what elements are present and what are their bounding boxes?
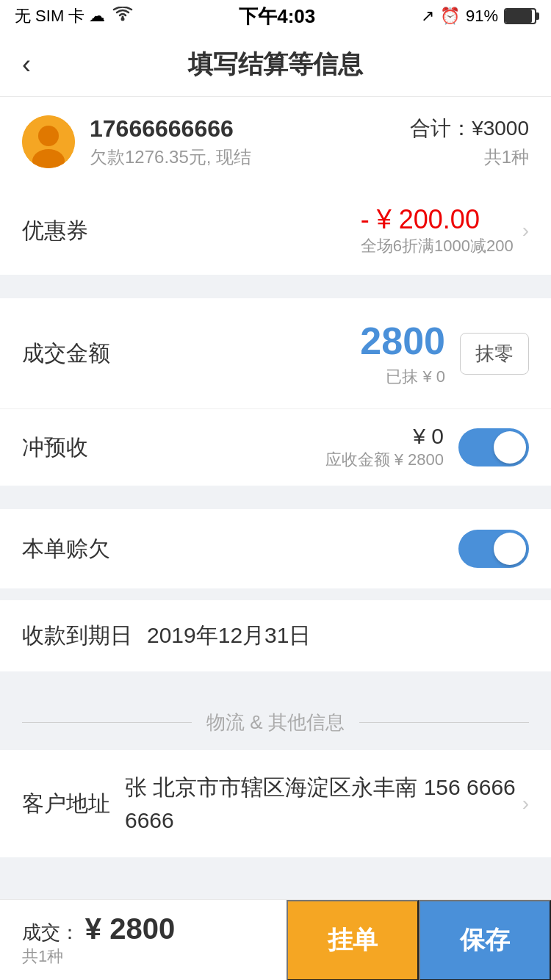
bottom-bar: 成交： ¥ 2800 共1种 挂单 保存 xyxy=(0,899,551,980)
divider-line-right xyxy=(359,722,529,723)
debt-section: 本单赊欠 xyxy=(0,509,551,588)
discount-amount: - ¥ 200.00 xyxy=(361,204,514,235)
toggle-knob xyxy=(494,431,526,464)
back-button[interactable]: ‹ xyxy=(15,42,38,87)
user-info-section: 17666666666 欠款1276.35元, 现结 合计：¥3000 共1种 xyxy=(0,97,551,187)
svg-point-2 xyxy=(38,126,59,146)
address-label: 客户地址 xyxy=(22,789,110,819)
hang-button[interactable]: 挂单 xyxy=(287,900,419,981)
save-button[interactable]: 保存 xyxy=(419,900,551,981)
address-value: 张 北京市市辖区海淀区永丰南 156 6666 6666 xyxy=(125,771,522,837)
status-time: 下午4:03 xyxy=(239,4,315,29)
wifi-icon xyxy=(112,7,133,26)
precharge-section: 冲预收 ¥ 0 应收金额 ¥ 2800 xyxy=(0,408,551,486)
discount-sub: 全场6折满1000减200 xyxy=(361,235,514,257)
discount-section[interactable]: 优惠券 - ¥ 200.00 全场6折满1000减200 › xyxy=(0,187,551,275)
user-sub: 欠款1276.35元, 现结 xyxy=(90,145,251,169)
separator3 xyxy=(0,683,551,695)
nav-bar: ‹ 填写结算等信息 xyxy=(0,32,551,97)
debt-toggle[interactable] xyxy=(458,530,529,568)
discount-value-area: - ¥ 200.00 全场6折满1000减200 xyxy=(361,204,514,257)
precharge-amount: ¥ 0 xyxy=(325,424,444,449)
divider-text: 物流 & 其他信息 xyxy=(206,710,345,735)
amount-sub: 已抹 ¥ 0 xyxy=(360,366,445,388)
avatar xyxy=(22,115,75,168)
amount-section: 成交金额 2800 已抹 ¥ 0 抹零 xyxy=(0,298,551,408)
duedate-label: 收款到期日 xyxy=(22,621,132,651)
duedate-value: 2019年12月31日 xyxy=(147,621,311,651)
clock-icon: ⏰ xyxy=(440,7,460,26)
address-chevron-icon: › xyxy=(522,792,529,815)
bottom-deal-value: ¥ 2800 xyxy=(85,912,175,945)
round-button[interactable]: 抹零 xyxy=(460,333,529,375)
status-left: 无 SIM 卡 ☁ xyxy=(15,5,133,27)
bottom-info: 成交： ¥ 2800 共1种 xyxy=(0,912,287,968)
precharge-sub: 应收金额 ¥ 2800 xyxy=(325,449,444,471)
location-icon: ↗ xyxy=(421,7,434,26)
divider-line-left xyxy=(22,722,192,723)
amount-value: 2800 xyxy=(360,319,445,363)
precharge-value-area: ¥ 0 应收金额 ¥ 2800 xyxy=(325,424,444,471)
amount-label: 成交金额 xyxy=(22,339,110,369)
amount-value-area: 2800 已抹 ¥ 0 xyxy=(360,319,445,388)
debt-label: 本单赊欠 xyxy=(22,534,110,564)
discount-label: 优惠券 xyxy=(22,216,88,246)
address-section[interactable]: 客户地址 张 北京市市辖区海淀区永丰南 156 6666 6666 › xyxy=(0,750,551,857)
battery-percentage: 91% xyxy=(466,7,498,26)
bottom-count: 共1种 xyxy=(22,945,264,968)
precharge-label: 冲预收 xyxy=(22,433,88,463)
user-phone: 17666666666 xyxy=(90,115,251,143)
discount-right: - ¥ 200.00 全场6折满1000减200 › xyxy=(361,204,529,257)
separator xyxy=(0,287,551,298)
amount-right: 2800 已抹 ¥ 0 抹零 xyxy=(360,319,529,388)
user-right: 合计：¥3000 共1种 xyxy=(410,115,529,169)
precharge-toggle[interactable] xyxy=(458,428,529,466)
bottom-total-row: 成交： ¥ 2800 xyxy=(22,912,264,945)
content-area: 17666666666 欠款1276.35元, 现结 合计：¥3000 共1种 … xyxy=(0,97,551,980)
svg-point-0 xyxy=(121,18,125,21)
separator2 xyxy=(0,497,551,509)
user-left: 17666666666 欠款1276.35元, 现结 xyxy=(22,115,251,169)
precharge-right: ¥ 0 应收金额 ¥ 2800 xyxy=(325,424,529,471)
section-divider: 物流 & 其他信息 xyxy=(0,695,551,750)
user-count: 共1种 xyxy=(410,145,529,169)
status-bar: 无 SIM 卡 ☁ 下午4:03 ↗ ⏰ 91% xyxy=(0,0,551,32)
battery-icon xyxy=(504,8,536,24)
user-details: 17666666666 欠款1276.35元, 现结 xyxy=(90,115,251,169)
user-total: 合计：¥3000 xyxy=(410,115,529,143)
bottom-deal-label: 成交： xyxy=(22,921,79,943)
page-title: 填写结算等信息 xyxy=(188,48,363,82)
duedate-section: 收款到期日 2019年12月31日 xyxy=(0,600,551,671)
sim-label: 无 SIM 卡 ☁ xyxy=(15,5,105,27)
debt-toggle-knob xyxy=(494,533,526,565)
status-right: ↗ ⏰ 91% xyxy=(421,7,536,26)
chevron-right-icon: › xyxy=(522,219,529,242)
